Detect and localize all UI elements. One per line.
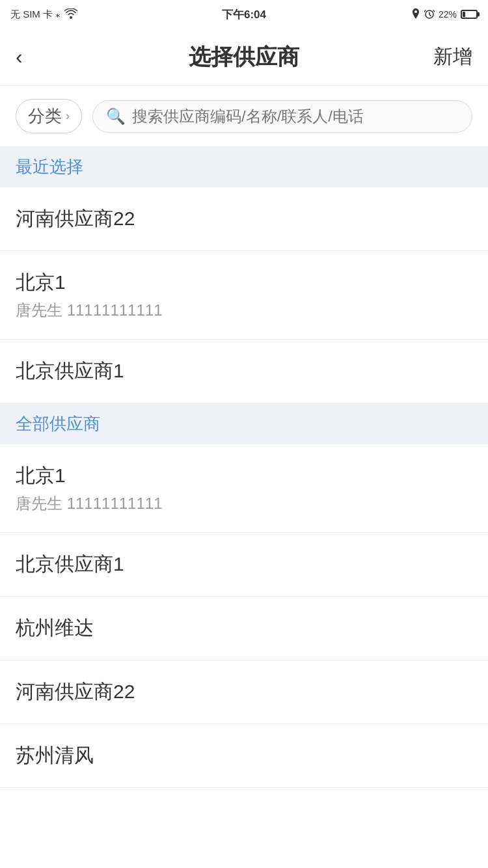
item-name: 河南供应商22 [16, 206, 472, 232]
sim-status: 无 SIM 卡 ⁎ [10, 8, 61, 21]
recent-section-header: 最近选择 [0, 146, 488, 187]
back-button[interactable]: ‹ [16, 45, 55, 69]
list-item[interactable]: 苏州清风 [0, 724, 488, 788]
list-item[interactable]: 杭州维达 [0, 597, 488, 660]
recent-list: 河南供应商22 北京1 唐先生 11111111111 北京供应商1 [0, 187, 488, 403]
search-icon: 🔍 [106, 107, 126, 126]
status-left: 无 SIM 卡 ⁎ [10, 8, 77, 21]
category-filter[interactable]: 分类 › [16, 99, 82, 133]
list-item[interactable]: 河南供应商22 [0, 660, 488, 724]
list-item[interactable]: 河南供应商22 [0, 187, 488, 251]
item-name: 苏州清风 [16, 742, 472, 769]
nav-bar: ‹ 选择供应商 新增 [0, 29, 488, 86]
item-sub: 唐先生 11111111111 [16, 493, 472, 514]
item-name: 北京1 [16, 269, 472, 296]
filter-bar: 分类 › 🔍 [0, 86, 488, 146]
list-item[interactable]: 北京供应商1 [0, 340, 488, 403]
all-list: 北京1 唐先生 11111111111 北京供应商1 杭州维达 河南供应商22 … [0, 444, 488, 788]
battery-icon [461, 10, 478, 19]
search-input[interactable] [132, 107, 459, 126]
search-box[interactable]: 🔍 [92, 100, 472, 133]
add-button[interactable]: 新增 [433, 44, 472, 70]
recent-section-label: 最近选择 [16, 157, 83, 176]
list-item[interactable]: 北京供应商1 [0, 533, 488, 597]
page-title: 选择供应商 [189, 42, 299, 72]
chevron-right-icon: › [66, 109, 70, 123]
category-label: 分类 [28, 105, 62, 128]
item-name: 北京1 [16, 463, 472, 489]
item-sub: 唐先生 11111111111 [16, 300, 472, 321]
item-name: 北京供应商1 [16, 551, 472, 578]
location-icon [411, 8, 420, 21]
all-section-header: 全部供应商 [0, 403, 488, 444]
battery-percent: 22% [439, 9, 457, 20]
list-item[interactable]: 北京1 唐先生 11111111111 [0, 444, 488, 533]
status-bar: 无 SIM 卡 ⁎ 下午6:04 22% [0, 0, 488, 29]
status-right: 22% [411, 8, 478, 21]
item-name: 杭州维达 [16, 615, 472, 642]
item-name: 河南供应商22 [16, 679, 472, 705]
all-section-label: 全部供应商 [16, 414, 100, 433]
status-time: 下午6:04 [222, 7, 266, 22]
list-item[interactable]: 北京1 唐先生 11111111111 [0, 251, 488, 340]
wifi-icon [64, 8, 77, 21]
item-name: 北京供应商1 [16, 358, 472, 385]
alarm-icon [424, 8, 435, 21]
